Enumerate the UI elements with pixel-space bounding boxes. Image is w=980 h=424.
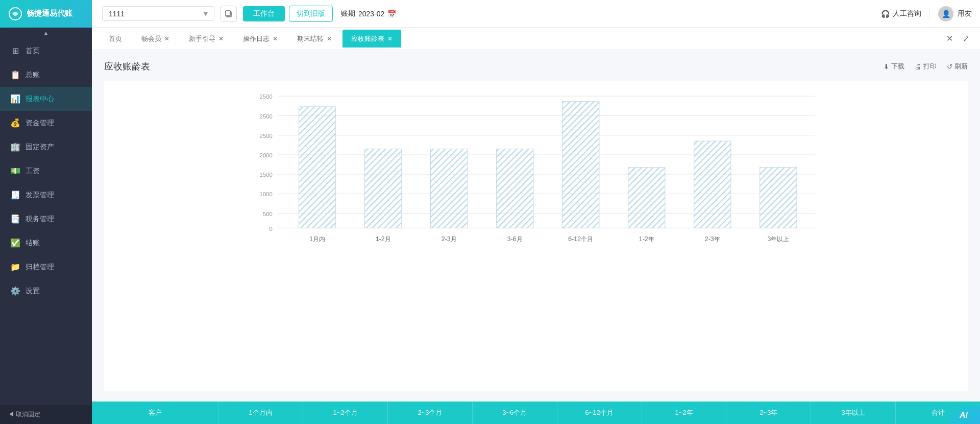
tab-label: 期末结转 xyxy=(297,34,324,43)
table-header-cell: 客户 xyxy=(92,402,218,424)
table-header-cell: 1~2年 xyxy=(642,402,727,424)
tax-icon: 📑 xyxy=(10,214,20,224)
svg-text:1-2月: 1-2月 xyxy=(376,235,391,243)
company-name: 1111 xyxy=(109,10,200,18)
company-selector[interactable]: 1111 ▾ xyxy=(102,6,214,21)
consult-button[interactable]: 🎧 人工咨询 xyxy=(881,9,921,18)
sidebar-item-label: 结账 xyxy=(26,239,40,248)
sidebar-item-home[interactable]: ⊞首页 xyxy=(0,39,92,63)
chart-container: 2500 2500 2500 2000 1500 1000 500 0 xyxy=(104,81,968,391)
period-area: 账期 2023-02 📅 xyxy=(341,9,396,18)
copy-button[interactable] xyxy=(220,6,237,22)
sidebar-item-reports[interactable]: 📊报表中心 xyxy=(0,87,92,111)
page-title-bar: 应收账龄表 ⬇ 下载 🖨 打印 ↺ 刷新 xyxy=(104,60,968,73)
sidebar-item-salary[interactable]: 💵工资 xyxy=(0,159,92,183)
sidebar-item-label: 发票管理 xyxy=(26,191,54,200)
calendar-icon[interactable]: 📅 xyxy=(387,10,396,18)
table-header-cell: 3年以上 xyxy=(811,402,896,424)
bar-chart: 2500 2500 2500 2000 1500 1000 500 0 xyxy=(114,91,958,254)
svg-text:0: 0 xyxy=(270,226,273,232)
svg-rect-2 xyxy=(226,11,230,16)
svg-rect-24 xyxy=(431,149,468,228)
download-label: 下载 xyxy=(891,62,904,71)
tab-close-guide[interactable]: ✕ xyxy=(218,36,224,42)
svg-rect-22 xyxy=(365,149,402,228)
tab-member[interactable]: 畅会员✕ xyxy=(133,30,178,48)
logo-icon xyxy=(8,7,22,21)
ledger-icon: 📋 xyxy=(10,70,20,80)
sidebar-item-label: 工资 xyxy=(26,167,40,176)
archive-icon: 📁 xyxy=(10,262,20,272)
svg-text:2500: 2500 xyxy=(260,93,273,100)
consult-label: 人工咨询 xyxy=(893,9,921,18)
header-right: 🎧 人工咨询 👤 用友 xyxy=(881,6,972,21)
sidebar-item-label: 首页 xyxy=(26,46,40,56)
user-name: 用友 xyxy=(958,9,972,18)
tab-close-aging[interactable]: ✕ xyxy=(387,36,393,42)
svg-text:6-12个月: 6-12个月 xyxy=(568,235,593,243)
tab-close-member[interactable]: ✕ xyxy=(164,36,169,42)
sidebar-item-archive[interactable]: 📁归档管理 xyxy=(0,255,92,279)
sidebar: ▲ ⊞首页📋总账📊报表中心💰资金管理🏢固定资产💵工资🧾发票管理📑税务管理✅结账📁… xyxy=(0,28,92,424)
sidebar-item-assets[interactable]: 🏢固定资产 xyxy=(0,135,92,159)
svg-rect-28 xyxy=(562,102,599,228)
print-button[interactable]: 🖨 打印 xyxy=(915,62,937,71)
tab-label: 畅会员 xyxy=(141,34,161,43)
sidebar-item-tax[interactable]: 📑税务管理 xyxy=(0,207,92,231)
content-area: 首页畅会员✕新手引导✕操作日志✕期末结转✕应收账龄表✕ ✕ ⤢ 应收账龄表 ⬇ … xyxy=(92,28,980,424)
chevron-down-icon: ▾ xyxy=(204,9,208,18)
tab-close-period_end[interactable]: ✕ xyxy=(327,36,332,42)
svg-text:1000: 1000 xyxy=(260,191,273,197)
checkout-icon: ✅ xyxy=(10,238,20,248)
svg-text:3年以上: 3年以上 xyxy=(767,235,789,243)
tabs-bar: 首页畅会员✕新手引导✕操作日志✕期末结转✕应收账龄表✕ ✕ ⤢ xyxy=(92,28,980,50)
switch-version-button[interactable]: 切到旧版 xyxy=(289,6,333,22)
sidebar-item-settings[interactable]: ⚙️设置 xyxy=(0,279,92,303)
refresh-label: 刷新 xyxy=(954,62,968,71)
download-button[interactable]: ⬇ 下载 xyxy=(884,62,904,71)
download-icon: ⬇ xyxy=(884,63,889,70)
table-header-cell: 3~6个月 xyxy=(473,402,557,424)
funds-icon: 💰 xyxy=(10,118,20,128)
tab-aging[interactable]: 应收账龄表✕ xyxy=(342,30,401,48)
svg-text:2-3月: 2-3月 xyxy=(442,235,457,243)
sidebar-nav: ⊞首页📋总账📊报表中心💰资金管理🏢固定资产💵工资🧾发票管理📑税务管理✅结账📁归档… xyxy=(0,39,92,303)
period-label: 账期 xyxy=(341,9,355,18)
sidebar-collapse-button[interactable]: ◀ 取消固定 xyxy=(0,405,92,424)
refresh-icon: ↺ xyxy=(947,63,952,70)
sidebar-scroll-up[interactable]: ▲ xyxy=(0,28,92,39)
sidebar-item-label: 总账 xyxy=(26,70,40,80)
print-label: 打印 xyxy=(923,62,937,71)
avatar: 👤 xyxy=(938,6,953,21)
svg-text:2500: 2500 xyxy=(260,113,273,120)
sidebar-item-funds[interactable]: 💰资金管理 xyxy=(0,111,92,135)
svg-rect-30 xyxy=(628,168,665,228)
sidebar-item-label: 固定资产 xyxy=(26,143,54,152)
workbench-button[interactable]: 工作台 xyxy=(243,6,285,21)
svg-text:1月内: 1月内 xyxy=(309,235,325,243)
tab-home[interactable]: 首页 xyxy=(100,30,131,48)
tabs-container: 首页畅会员✕新手引导✕操作日志✕期末结转✕应收账龄表✕ xyxy=(100,30,941,48)
svg-text:500: 500 xyxy=(263,211,273,217)
sidebar-item-checkout[interactable]: ✅结账 xyxy=(0,231,92,255)
tab-close-oplog[interactable]: ✕ xyxy=(273,36,278,42)
tab-oplog[interactable]: 操作日志✕ xyxy=(234,30,286,48)
refresh-button[interactable]: ↺ 刷新 xyxy=(947,62,968,71)
table-header-cell: 1个月内 xyxy=(218,402,303,424)
sidebar-item-ledger[interactable]: 📋总账 xyxy=(0,63,92,87)
ai-badge[interactable]: Ai xyxy=(947,407,980,424)
expand-tab-button[interactable]: ⤢ xyxy=(960,33,972,45)
tab-guide[interactable]: 新手引导✕ xyxy=(180,30,232,48)
period-value: 2023-02 xyxy=(358,10,384,18)
sidebar-item-invoice[interactable]: 🧾发票管理 xyxy=(0,183,92,207)
close-tab-button[interactable]: ✕ xyxy=(943,33,955,45)
svg-text:1500: 1500 xyxy=(260,172,273,178)
tab-label: 应收账龄表 xyxy=(351,34,384,43)
table-header: 客户1个月内1~2个月2~3个月3~6个月6~12个月1~2年2~3年3年以上合… xyxy=(92,402,980,424)
reports-icon: 📊 xyxy=(10,94,20,104)
user-area[interactable]: 👤 用友 xyxy=(938,6,972,21)
svg-text:1-2年: 1-2年 xyxy=(639,235,654,243)
settings-icon: ⚙️ xyxy=(10,286,20,296)
svg-rect-32 xyxy=(694,141,731,228)
tab-period_end[interactable]: 期末结转✕ xyxy=(288,30,340,48)
